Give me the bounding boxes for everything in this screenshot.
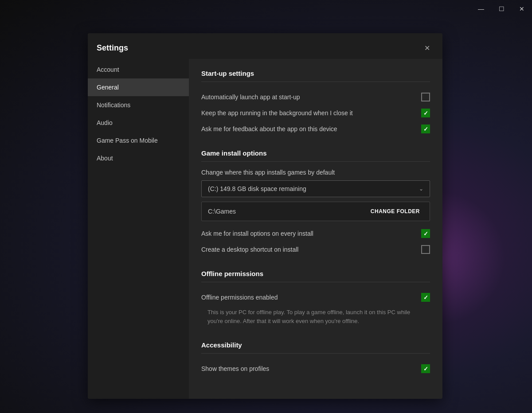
title-bar-controls: — ☐ ✕ (471, 0, 532, 18)
show-themes-checkbox[interactable] (421, 364, 430, 373)
run-background-row: Keep the app running in the background w… (201, 105, 430, 121)
install-options-checkbox[interactable] (421, 229, 430, 238)
offline-description: This is your PC for offline play. To pla… (201, 305, 430, 329)
accessibility-divider (201, 353, 430, 354)
sidebar-item-audio[interactable]: Audio (88, 114, 189, 132)
maximize-button[interactable]: ☐ (491, 0, 512, 18)
desktop-shortcut-row: Create a desktop shortcut on install (201, 242, 430, 257)
sidebar-item-about[interactable]: About (88, 149, 189, 167)
startup-section: Start-up settings Automatically launch a… (201, 70, 430, 137)
game-install-section: Game install options Change where this a… (201, 149, 430, 257)
sidebar-item-notifications[interactable]: Notifications (88, 96, 189, 114)
accessibility-section: Accessibility Show themes on profiles (201, 341, 430, 377)
offline-permissions-label: Offline permissions enabled (201, 294, 421, 301)
feedback-label: Ask me for feedback about the app on thi… (201, 125, 421, 132)
drive-dropdown[interactable]: (C:) 149.8 GB disk space remaining ⌄ (201, 180, 430, 197)
game-install-section-title: Game install options (201, 149, 430, 157)
show-themes-row: Show themes on profiles (201, 361, 430, 377)
run-background-label: Keep the app running in the background w… (201, 109, 421, 117)
startup-section-title: Start-up settings (201, 70, 430, 77)
change-folder-button[interactable]: CHANGE FOLDER (367, 206, 423, 216)
startup-divider (201, 82, 430, 82)
accessibility-section-title: Accessibility (201, 341, 430, 349)
sidebar-item-account[interactable]: Account (88, 61, 189, 78)
auto-launch-checkbox[interactable] (421, 93, 430, 101)
folder-row: C:\Games CHANGE FOLDER (201, 202, 430, 221)
offline-section: Offline permissions Offline permissions … (201, 270, 430, 329)
desktop-shortcut-label: Create a desktop shortcut on install (201, 246, 421, 253)
chevron-down-icon: ⌄ (419, 186, 423, 192)
offline-permissions-row: Offline permissions enabled (201, 289, 430, 305)
drive-dropdown-value: (C:) 149.8 GB disk space remaining (208, 185, 306, 192)
install-options-label: Ask me for install options on every inst… (201, 230, 421, 237)
window-title: Settings (97, 43, 128, 53)
offline-divider (201, 282, 430, 282)
offline-section-title: Offline permissions (201, 270, 430, 277)
install-options-row: Ask me for install options on every inst… (201, 226, 430, 242)
drive-dropdown-container: (C:) 149.8 GB disk space remaining ⌄ (201, 180, 430, 197)
sidebar: Account General Notifications Audio Game… (88, 59, 189, 399)
sidebar-item-game-pass-mobile[interactable]: Game Pass on Mobile (88, 132, 189, 149)
main-content: Start-up settings Automatically launch a… (189, 59, 442, 399)
feedback-checkbox[interactable] (421, 125, 430, 133)
auto-launch-row: Automatically launch app at start-up (201, 89, 430, 105)
run-background-checkbox[interactable] (421, 109, 430, 117)
auto-launch-label: Automatically launch app at start-up (201, 94, 421, 101)
settings-close-button[interactable]: ✕ (420, 41, 434, 55)
show-themes-label: Show themes on profiles (201, 365, 421, 372)
desktop-shortcut-checkbox[interactable] (421, 245, 430, 254)
window-header: Settings ✕ (88, 33, 442, 59)
title-bar: — ☐ ✕ (0, 0, 532, 18)
feedback-row: Ask me for feedback about the app on thi… (201, 121, 430, 137)
offline-permissions-checkbox[interactable] (421, 293, 430, 302)
sidebar-item-general[interactable]: General (88, 78, 189, 96)
settings-window: Settings ✕ Account General Notifications… (88, 33, 442, 399)
folder-path-text: C:\Games (208, 208, 236, 215)
install-location-description: Change where this app installs games by … (201, 169, 430, 176)
window-close-button[interactable]: ✕ (512, 0, 532, 18)
game-install-divider (201, 161, 430, 162)
minimize-button[interactable]: — (471, 0, 491, 18)
window-body: Account General Notifications Audio Game… (88, 59, 442, 399)
